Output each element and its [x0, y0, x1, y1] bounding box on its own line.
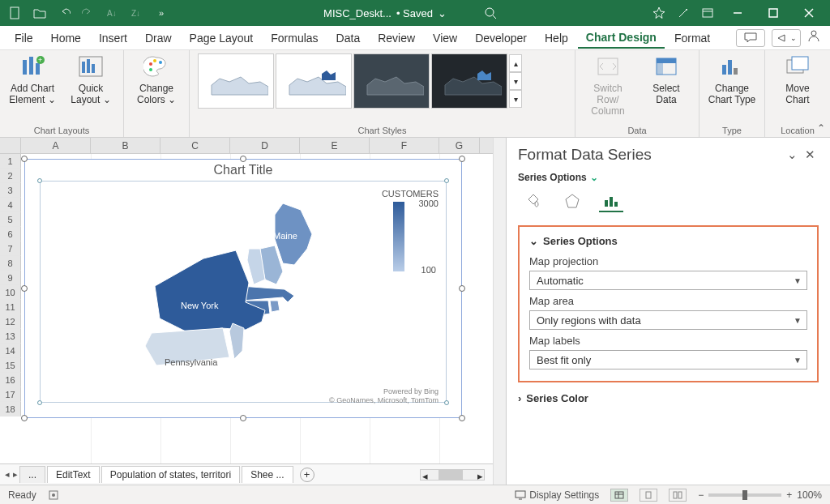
chevron-right-icon[interactable]: ›	[518, 392, 521, 404]
row-13[interactable]: 13	[0, 329, 21, 344]
sheet-tab-population[interactable]: Population of states, territori	[101, 466, 240, 483]
worksheet-area[interactable]: A B C D E F G 12345678910111213141516171…	[0, 138, 493, 485]
col-B[interactable]: B	[91, 138, 160, 153]
title-dropdown-icon[interactable]: ⌄	[438, 7, 447, 19]
sort-desc-icon[interactable]: Z↓	[126, 2, 148, 23]
resize-handle[interactable]	[21, 156, 28, 162]
tab-page-layout[interactable]: Page Layout	[182, 28, 262, 48]
add-sheet-button[interactable]: +	[300, 468, 314, 482]
row-14[interactable]: 14	[0, 344, 21, 358]
map-chart[interactable]: Maine New York Pennsylvania	[90, 197, 349, 391]
add-chart-element-button[interactable]: + Add Chart Element ⌄	[8, 53, 57, 105]
gallery-down-icon[interactable]: ▾	[509, 72, 522, 90]
pane-close-icon[interactable]: ✕	[801, 147, 819, 162]
row-7[interactable]: 7	[0, 241, 21, 256]
pane-options-icon[interactable]: ⌄	[783, 147, 801, 162]
map-projection-select[interactable]: Automatic▼	[529, 271, 807, 290]
tab-view[interactable]: View	[425, 28, 465, 48]
tab-draw[interactable]: Draw	[137, 28, 180, 48]
map-labels-select[interactable]: Best fit only▼	[529, 350, 807, 369]
row-17[interactable]: 17	[0, 387, 21, 402]
row-10[interactable]: 10	[0, 285, 21, 300]
qat-more-icon[interactable]: »	[151, 2, 172, 23]
tab-format[interactable]: Format	[666, 28, 718, 48]
row-4[interactable]: 4	[0, 198, 21, 212]
resize-handle[interactable]	[37, 400, 42, 405]
resize-handle[interactable]	[21, 415, 28, 421]
gallery-more-icon[interactable]: ▾	[509, 90, 522, 108]
tab-developer[interactable]: Developer	[467, 28, 535, 48]
premium-icon[interactable]	[648, 2, 670, 23]
sort-asc-icon[interactable]: A↓	[102, 2, 123, 23]
series-options-icon[interactable]	[599, 191, 623, 212]
effects-icon[interactable]	[560, 191, 584, 212]
zoom-level[interactable]: 100%	[797, 489, 822, 501]
move-chart-button[interactable]: Move Chart	[773, 53, 822, 105]
change-colors-button[interactable]: Change Colors ⌄	[132, 53, 181, 105]
redo-icon[interactable]	[78, 2, 99, 23]
row-8[interactable]: 8	[0, 256, 21, 271]
macro-record-icon[interactable]	[48, 489, 59, 501]
resize-handle[interactable]	[444, 400, 449, 405]
horizontal-scrollbar[interactable]: ◂▸	[420, 469, 485, 481]
zoom-in-button[interactable]: +	[786, 489, 792, 501]
row-6[interactable]: 6	[0, 227, 21, 241]
resize-handle[interactable]	[240, 415, 246, 421]
style-thumb-4[interactable]	[431, 53, 507, 109]
section-heading[interactable]: Series Options	[543, 235, 618, 247]
ribbon-mode-icon[interactable]	[697, 2, 718, 23]
style-thumb-1[interactable]	[198, 53, 274, 109]
row-16[interactable]: 16	[0, 373, 21, 387]
col-F[interactable]: F	[370, 138, 439, 153]
minimize-button[interactable]	[721, 0, 754, 26]
col-E[interactable]: E	[300, 138, 370, 153]
row-1[interactable]: 1	[0, 154, 21, 169]
tab-review[interactable]: Review	[370, 28, 423, 48]
row-5[interactable]: 5	[0, 212, 21, 227]
style-thumb-2[interactable]	[276, 53, 352, 109]
resize-handle[interactable]	[459, 156, 465, 162]
change-chart-type-button[interactable]: Change Chart Type	[708, 53, 756, 105]
tab-formulas[interactable]: Formulas	[263, 28, 326, 48]
tab-nav-prev[interactable]: ◂	[5, 469, 10, 480]
col-A[interactable]: A	[21, 138, 91, 153]
select-data-button[interactable]: Select Data	[642, 53, 691, 105]
close-button[interactable]	[793, 0, 825, 26]
search-icon[interactable]	[484, 6, 497, 19]
comments-button[interactable]	[736, 29, 765, 47]
series-color-heading[interactable]: Series Color	[526, 392, 588, 404]
view-page-break-button[interactable]	[669, 489, 687, 502]
zoom-slider[interactable]	[708, 493, 781, 497]
quick-layout-button[interactable]: Quick Layout ⌄	[66, 53, 115, 105]
chevron-down-icon[interactable]: ⌄	[590, 172, 598, 183]
undo-icon[interactable]	[53, 2, 75, 23]
resize-handle[interactable]	[37, 178, 42, 183]
row-15[interactable]: 15	[0, 358, 21, 373]
chart-object[interactable]: Chart Title CUSTOMERS 3000 100	[24, 159, 462, 418]
row-9[interactable]: 9	[0, 271, 21, 285]
col-D[interactable]: D	[230, 138, 300, 153]
fill-icon[interactable]	[521, 191, 545, 212]
tab-insert[interactable]: Insert	[91, 28, 135, 48]
sheet-tab-edittext[interactable]: EditText	[47, 466, 100, 483]
resize-handle[interactable]	[21, 285, 28, 292]
col-G[interactable]: G	[439, 138, 480, 153]
magic-icon[interactable]	[673, 2, 694, 23]
sheet-tab-more[interactable]: ...	[19, 466, 45, 483]
chart-styles-gallery[interactable]: ▴ ▾ ▾	[198, 53, 522, 109]
row-2[interactable]: 2	[0, 169, 21, 183]
row-11[interactable]: 11	[0, 300, 21, 314]
maximize-button[interactable]	[757, 0, 789, 26]
collapse-ribbon-icon[interactable]: ⌃	[817, 122, 825, 134]
resize-handle[interactable]	[240, 156, 246, 162]
row-12[interactable]: 12	[0, 314, 21, 329]
chevron-down-icon[interactable]: ⌄	[529, 235, 538, 247]
vertical-scrollbar[interactable]	[493, 138, 506, 485]
tab-file[interactable]: File	[6, 28, 41, 48]
resize-handle[interactable]	[459, 415, 465, 421]
view-page-layout-button[interactable]	[640, 489, 657, 502]
row-18[interactable]: 18	[0, 402, 21, 416]
tab-chart-design[interactable]: Chart Design	[578, 28, 665, 49]
share-button[interactable]: ⌄	[772, 29, 801, 47]
account-icon[interactable]	[807, 29, 824, 47]
